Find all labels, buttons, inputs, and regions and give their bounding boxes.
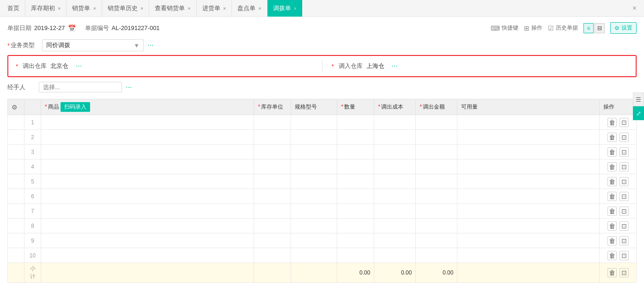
subtotal-delete-icon[interactable]: 🗑 xyxy=(608,268,617,277)
sidebar-notes-icon[interactable]: ☰ xyxy=(633,92,644,106)
row-6-unit-cell[interactable] xyxy=(254,189,291,204)
row-1-cost-cell[interactable] xyxy=(374,115,416,130)
row-3-qty-cell[interactable] xyxy=(337,145,374,159)
sidebar-expand-icon[interactable]: ⤢ xyxy=(633,106,644,120)
row-5-unit-cell[interactable] xyxy=(254,174,291,189)
from-warehouse-dots-button[interactable]: ··· xyxy=(76,62,82,70)
business-type-dots-button[interactable]: ··· xyxy=(147,41,153,49)
row-3-cost-cell[interactable] xyxy=(374,145,416,159)
row-9-cost-cell[interactable] xyxy=(374,233,416,248)
row-4-goods-cell[interactable] xyxy=(41,159,254,174)
tab-purchase-order[interactable]: 进货单× xyxy=(197,0,232,17)
row-5-goods-cell[interactable] xyxy=(41,174,254,189)
row-4-qty-cell[interactable] xyxy=(337,159,374,174)
row-4-amount-cell[interactable] xyxy=(416,159,457,174)
row-1-amount-cell[interactable] xyxy=(416,115,457,130)
tab-inventory-init[interactable]: 库存期初× xyxy=(25,0,67,17)
row-10-spec-cell[interactable] xyxy=(291,248,337,263)
tab-close-check-sales[interactable]: × xyxy=(188,6,190,11)
row-10-goods-cell[interactable] xyxy=(41,248,254,263)
row-8-unit-cell[interactable] xyxy=(254,219,291,233)
row-2-goods-cell[interactable] xyxy=(41,130,254,145)
calendar-icon[interactable]: 📅 xyxy=(68,24,76,32)
history-button[interactable]: ☑ 历史单据 xyxy=(548,24,578,32)
row-3-copy-icon[interactable]: ⊡ xyxy=(620,147,629,157)
row-2-cost-cell[interactable] xyxy=(374,130,416,145)
row-8-amount-cell[interactable] xyxy=(416,219,457,233)
row-6-amount-cell[interactable] xyxy=(416,189,457,204)
row-1-goods-cell[interactable] xyxy=(41,115,254,130)
tab-close-inventory-init[interactable]: × xyxy=(58,6,61,11)
tab-transfer[interactable]: 调拨单× xyxy=(267,0,303,17)
row-9-qty-cell[interactable] xyxy=(337,233,374,248)
tab-sales-order[interactable]: 销货单× xyxy=(67,0,102,17)
layout-list-button[interactable]: ≡ xyxy=(583,23,594,33)
row-10-delete-icon[interactable]: 🗑 xyxy=(608,251,617,260)
row-9-amount-cell[interactable] xyxy=(416,233,457,248)
row-8-cost-cell[interactable] xyxy=(374,219,416,233)
row-7-qty-cell[interactable] xyxy=(337,204,374,219)
row-4-spec-cell[interactable] xyxy=(291,159,337,174)
row-2-spec-cell[interactable] xyxy=(291,130,337,145)
row-10-cost-cell[interactable] xyxy=(374,248,416,263)
row-5-copy-icon[interactable]: ⊡ xyxy=(620,177,629,186)
row-6-goods-cell[interactable] xyxy=(41,189,254,204)
operations-button[interactable]: ⊞ 操作 xyxy=(524,24,542,32)
person-dots-button[interactable]: ··· xyxy=(126,83,132,92)
row-7-copy-icon[interactable]: ⊡ xyxy=(620,207,629,216)
row-9-delete-icon[interactable]: 🗑 xyxy=(608,236,617,245)
row-2-delete-icon[interactable]: 🗑 xyxy=(608,133,617,142)
row-6-qty-cell[interactable] xyxy=(337,189,374,204)
row-8-qty-cell[interactable] xyxy=(337,219,374,233)
row-4-delete-icon[interactable]: 🗑 xyxy=(608,162,617,171)
row-9-unit-cell[interactable] xyxy=(254,233,291,248)
tab-stocktake[interactable]: 盘点单× xyxy=(232,0,267,17)
row-6-delete-icon[interactable]: 🗑 xyxy=(608,192,617,201)
row-2-copy-icon[interactable]: ⊡ xyxy=(620,133,629,142)
row-5-amount-cell[interactable] xyxy=(416,174,457,189)
column-gear-icon[interactable]: ⚙ xyxy=(12,104,18,111)
row-3-unit-cell[interactable] xyxy=(254,145,291,159)
tab-home[interactable]: 首页 xyxy=(2,0,25,17)
row-6-cost-cell[interactable] xyxy=(374,189,416,204)
tab-close-stocktake[interactable]: × xyxy=(258,6,261,11)
row-7-spec-cell[interactable] xyxy=(291,204,337,219)
row-6-copy-icon[interactable]: ⊡ xyxy=(620,192,629,201)
row-8-goods-cell[interactable] xyxy=(41,219,254,233)
tab-close-sales-history[interactable]: × xyxy=(140,6,143,11)
row-3-delete-icon[interactable]: 🗑 xyxy=(608,147,617,157)
row-1-qty-cell[interactable] xyxy=(337,115,374,130)
person-input[interactable] xyxy=(39,82,122,92)
layout-grid-button[interactable]: ⊟ xyxy=(595,23,605,33)
row-8-delete-icon[interactable]: 🗑 xyxy=(608,221,617,231)
row-4-unit-cell[interactable] xyxy=(254,159,291,174)
row-5-qty-cell[interactable] xyxy=(337,174,374,189)
row-8-spec-cell[interactable] xyxy=(291,219,337,233)
to-warehouse-dots-button[interactable]: ··· xyxy=(392,62,398,70)
settings-button[interactable]: ⚙ 设置 xyxy=(610,22,637,34)
row-9-spec-cell[interactable] xyxy=(291,233,337,248)
row-2-qty-cell[interactable] xyxy=(337,130,374,145)
tab-close-transfer[interactable]: × xyxy=(294,6,297,11)
window-close-button[interactable]: × xyxy=(627,4,642,12)
row-8-copy-icon[interactable]: ⊡ xyxy=(620,221,629,231)
row-7-cost-cell[interactable] xyxy=(374,204,416,219)
row-5-delete-icon[interactable]: 🗑 xyxy=(608,177,617,186)
row-3-goods-cell[interactable] xyxy=(41,145,254,159)
tab-close-purchase-order[interactable]: × xyxy=(223,6,226,11)
row-1-copy-icon[interactable]: ⊡ xyxy=(620,118,629,127)
tab-close-sales-order[interactable]: × xyxy=(93,6,96,11)
row-1-delete-icon[interactable]: 🗑 xyxy=(608,118,617,127)
tab-sales-history[interactable]: 销货单历史× xyxy=(102,0,149,17)
row-3-amount-cell[interactable] xyxy=(416,145,457,159)
row-2-amount-cell[interactable] xyxy=(416,130,457,145)
row-4-cost-cell[interactable] xyxy=(374,159,416,174)
row-4-copy-icon[interactable]: ⊡ xyxy=(620,162,629,171)
row-7-delete-icon[interactable]: 🗑 xyxy=(608,207,617,216)
row-7-goods-cell[interactable] xyxy=(41,204,254,219)
business-type-select[interactable]: 同价调拨 ▼ xyxy=(42,39,144,51)
row-10-qty-cell[interactable] xyxy=(337,248,374,263)
row-6-spec-cell[interactable] xyxy=(291,189,337,204)
row-10-copy-icon[interactable]: ⊡ xyxy=(620,251,629,260)
row-1-spec-cell[interactable] xyxy=(291,115,337,130)
